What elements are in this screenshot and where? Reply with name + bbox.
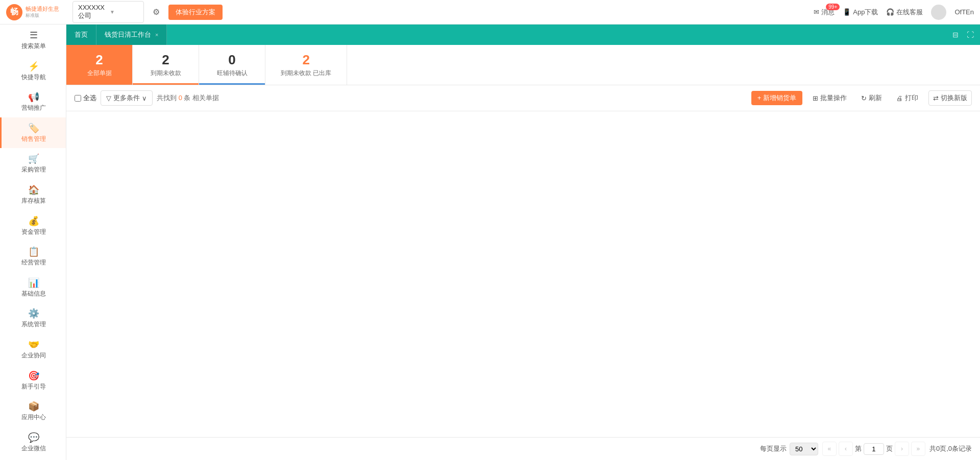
username-label: OfTEn — [954, 8, 974, 16]
tab-expand-button[interactable]: ⛶ — [965, 29, 976, 41]
sidebar-item-app-center[interactable]: 📦 应用中心 — [0, 396, 66, 427]
enterprise-icon: 🤝 — [28, 339, 39, 350]
stat-label-all: 全部单据 — [87, 69, 112, 78]
online-service-button[interactable]: 🎧 在线客服 — [886, 8, 923, 17]
stat-label-overdue: 到期未收款 — [151, 69, 181, 78]
sidebar-label-system: 系统管理 — [21, 321, 46, 329]
tab-bar-actions: ⊟ ⛶ — [950, 29, 980, 41]
switch-icon: ⇄ — [933, 94, 939, 102]
sidebar-item-operations[interactable]: 📋 经营管理 — [0, 241, 66, 272]
filter-label: 更多条件 — [113, 93, 140, 103]
company-name: XXXXXX公司 — [78, 4, 107, 20]
sidebar-label-quick-nav: 快捷导航 — [21, 74, 46, 82]
select-all-checkbox[interactable]: 全选 — [75, 93, 96, 103]
pagination-nav: « ‹ 第 页 › » — [822, 442, 925, 456]
stats-row: 2 全部单据 2 到期未收款 0 旺辅待确认 2 到期未收款 已出库 — [66, 45, 980, 85]
logo-area: 畅 畅捷通好生意 标准版 — [6, 4, 72, 20]
stat-card-pending[interactable]: 0 旺辅待确认 — [199, 45, 265, 85]
last-page-button[interactable]: » — [911, 442, 925, 456]
sidebar-item-vip[interactable]: V 畅会员 — [0, 457, 66, 460]
tab-minimize-button[interactable]: ⊟ — [950, 29, 961, 41]
stat-number-overdue: 2 — [162, 52, 169, 68]
add-sales-order-button[interactable]: + 新增销货单 — [751, 91, 802, 105]
user-avatar[interactable] — [931, 5, 946, 20]
company-arrow-icon: ▼ — [110, 9, 138, 15]
sidebar-item-wechat[interactable]: 💬 企业微信 — [0, 427, 66, 458]
message-button[interactable]: ✉ 消息 99+ — [814, 8, 835, 17]
page-number-input[interactable] — [864, 443, 884, 455]
sidebar-item-marketing[interactable]: 📢 营销推广 — [0, 86, 66, 117]
sidebar-item-inventory[interactable]: 🏠 库存核算 — [0, 179, 66, 210]
stat-underline-overdue — [133, 83, 199, 85]
settings-button[interactable]: ⚙ — [148, 4, 164, 20]
tab-work-station-label: 钱货日清工作台 — [105, 30, 151, 39]
page-input-area: 第 页 — [855, 443, 893, 455]
sidebar-label-wechat: 企业微信 — [21, 445, 46, 453]
sidebar-item-guide[interactable]: 🎯 新手引导 — [0, 365, 66, 396]
app-download-button[interactable]: 📱 App下载 — [843, 8, 878, 17]
sidebar-item-search-menu[interactable]: ☰ 搜索菜单 — [0, 25, 66, 56]
top-right-actions: ✉ 消息 99+ 📱 App下载 🎧 在线客服 OfTEn — [814, 5, 974, 20]
purchase-icon: 🛒 — [28, 153, 39, 164]
system-icon: ⚙️ — [28, 308, 39, 319]
stat-card-overdue-out[interactable]: 2 到期未收款 已出库 — [265, 45, 347, 85]
sidebar-item-basic-info[interactable]: 📊 基础信息 — [0, 272, 66, 303]
select-all-label: 全选 — [83, 93, 96, 103]
sidebar-item-sales[interactable]: 🏷️ 销售管理 — [0, 117, 66, 149]
quick-nav-icon: ⚡ — [28, 61, 39, 72]
print-icon: 🖨 — [896, 94, 903, 102]
filter-arrow-icon: ∨ — [142, 94, 147, 102]
toolbar: 全选 ▽ 更多条件 ∨ 共找到 0 条 相关单据 + 新增销货单 ⊞ — [66, 85, 980, 111]
stat-number-overdue-out: 2 — [302, 52, 309, 68]
company-selector[interactable]: XXXXXX公司 ▼ — [72, 1, 144, 23]
sidebar-item-enterprise[interactable]: 🤝 企业协同 — [0, 334, 66, 365]
print-button[interactable]: 🖨 打印 — [892, 91, 922, 105]
content-area: 首页 钱货日清工作台 × ⊟ ⛶ 2 全部单据 2 到期未收款 — [66, 25, 980, 460]
logo-text-area: 畅捷通好生意 标准版 — [26, 5, 59, 19]
stat-card-overdue[interactable]: 2 到期未收款 — [133, 45, 199, 85]
sidebar-item-finance[interactable]: 💰 资金管理 — [0, 210, 66, 241]
first-page-button[interactable]: « — [822, 442, 837, 456]
stat-card-all[interactable]: 2 全部单据 — [66, 45, 133, 85]
page-content: 2 全部单据 2 到期未收款 0 旺辅待确认 2 到期未收款 已出库 — [66, 45, 980, 460]
sidebar-label-basic-info: 基础信息 — [21, 290, 46, 298]
sidebar-item-purchase[interactable]: 🛒 采购管理 — [0, 148, 66, 179]
stat-underline-pending — [199, 83, 265, 85]
sidebar-item-quick-nav[interactable]: ⚡ 快捷导航 — [0, 56, 66, 87]
tab-close-icon[interactable]: × — [155, 32, 158, 38]
prev-page-button[interactable]: ‹ — [839, 442, 853, 456]
sidebar-label-guide: 新手引导 — [21, 383, 46, 391]
stat-number-pending: 0 — [228, 52, 235, 68]
sidebar-label-operations: 经营管理 — [21, 259, 46, 267]
app-logo-icon: 畅 — [6, 4, 22, 20]
per-page-select[interactable]: 20 50 100 — [790, 443, 818, 455]
batch-operation-button[interactable]: ⊞ 批量操作 — [808, 91, 851, 105]
refresh-button[interactable]: ↻ 刷新 — [857, 91, 886, 105]
found-count: 0 — [179, 94, 182, 102]
select-all-input[interactable] — [75, 95, 81, 102]
guide-icon: 🎯 — [28, 370, 39, 381]
tab-home[interactable]: 首页 — [66, 25, 96, 45]
table-area — [66, 111, 980, 437]
main-layout: ☰ 搜索菜单 ⚡ 快捷导航 📢 营销推广 🏷️ 销售管理 🛒 采购管理 🏠 库存… — [0, 25, 980, 460]
tab-bar: 首页 钱货日清工作台 × ⊟ ⛶ — [66, 25, 980, 45]
page-suffix-label: 页 — [886, 444, 893, 453]
sidebar-label-app-center: 应用中心 — [21, 414, 46, 422]
wechat-icon: 💬 — [28, 432, 39, 443]
tab-work-station[interactable]: 钱货日清工作台 × — [96, 25, 167, 45]
next-page-button[interactable]: › — [895, 442, 909, 456]
inventory-icon: 🏠 — [28, 184, 39, 196]
app-download-label: App下载 — [853, 8, 878, 17]
stat-label-overdue-out: 到期未收款 已出库 — [281, 69, 331, 78]
sidebar-label-marketing: 营销推广 — [21, 104, 46, 112]
message-badge: 99+ — [826, 4, 840, 10]
filter-button[interactable]: ▽ 更多条件 ∨ — [101, 90, 153, 106]
total-records-text: 共0页,0条记录 — [929, 444, 972, 453]
experience-btn[interactable]: 体验行业方案 — [168, 5, 223, 20]
message-icon: ✉ — [814, 8, 819, 16]
app-badge: 标准版 — [26, 12, 59, 19]
stat-label-pending: 旺辅待确认 — [217, 69, 248, 78]
switch-version-button[interactable]: ⇄ 切换新版 — [928, 90, 972, 106]
sidebar-item-system[interactable]: ⚙️ 系统管理 — [0, 303, 66, 334]
sidebar-label-purchase: 采购管理 — [21, 166, 46, 174]
